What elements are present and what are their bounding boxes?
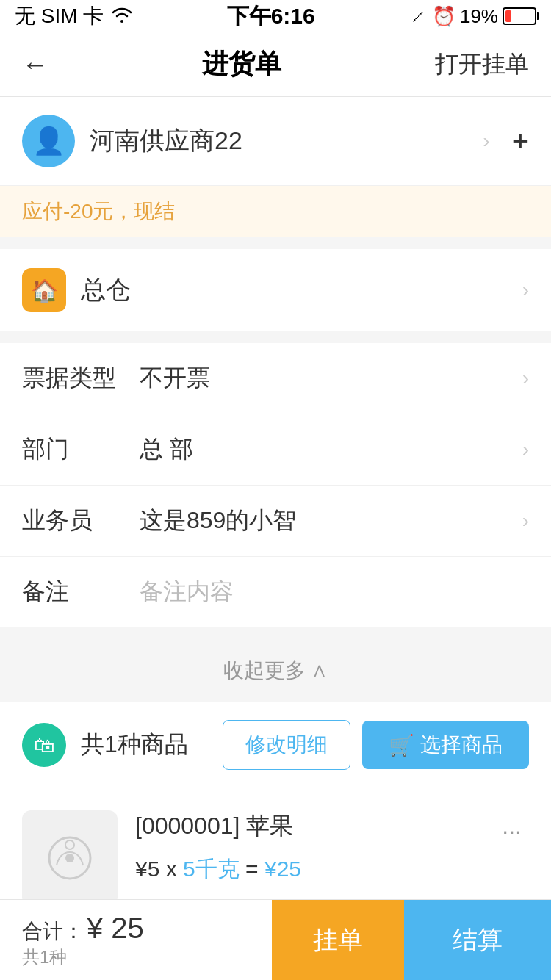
supplier-name: 河南供应商22 — [90, 124, 483, 158]
dept-value: 总 部 — [140, 433, 522, 466]
location-icon: ⟋ — [408, 5, 428, 28]
home-icon: 🏠 — [31, 278, 58, 303]
supplier-chevron-icon: › — [483, 129, 489, 153]
warehouse-row[interactable]: 🏠 总仓 › — [0, 249, 551, 331]
battery-icon — [503, 7, 536, 25]
product-thumbnail — [22, 810, 118, 906]
wifi-icon — [111, 4, 133, 28]
edit-detail-button[interactable]: 修改明细 — [223, 720, 350, 770]
supplier-row[interactable]: 👤 河南供应商22 › + — [0, 97, 551, 186]
remark-row[interactable]: 备注 备注内容 — [0, 557, 551, 627]
select-product-button[interactable]: 🛒 选择商品 — [362, 721, 529, 769]
bottom-bar: 合计： ¥ 25 共1种 挂单 结算 — [0, 899, 551, 980]
checkout-button[interactable]: 结算 — [404, 900, 551, 980]
total-label: 合计： — [22, 918, 84, 945]
warehouse-name: 总仓 — [81, 273, 522, 307]
invoice-row[interactable]: 票据类型 不开票 › — [0, 343, 551, 414]
products-section: 🛍 共1种商品 修改明细 🛒 选择商品 [0000001] 苹果 ¥5 — [0, 702, 551, 928]
warehouse-icon: 🏠 — [22, 268, 66, 312]
nav-bar: ← 进货单 打开挂单 — [0, 32, 551, 97]
remark-label: 备注 — [22, 576, 140, 608]
pending-button[interactable]: 挂单 — [272, 900, 404, 980]
product-more-button[interactable]: ··· — [494, 810, 529, 852]
notice-text: 应付-20元，现结 — [22, 200, 175, 223]
collapse-bar[interactable]: 收起更多 ∧ — [0, 639, 551, 702]
svg-point-2 — [65, 854, 74, 862]
notice-bar: 应付-20元，现结 — [0, 186, 551, 237]
products-count: 共1种商品 — [81, 729, 223, 761]
supplier-avatar: 👤 — [22, 115, 75, 167]
status-time: 下午6:16 — [227, 1, 315, 32]
form-section: 票据类型 不开票 › 部门 总 部 › 业务员 这是859的小智 › 备注 备注… — [0, 343, 551, 627]
supplier-add-button[interactable]: + — [490, 125, 529, 158]
bag-icon: 🛍 — [34, 733, 54, 757]
status-bar: 无 SIM 卡 下午6:16 ⟋ ⏰ 19% — [0, 0, 551, 32]
status-right: ⟋ ⏰ 19% — [408, 5, 536, 28]
products-icon: 🛍 — [22, 723, 66, 767]
total-amount: ¥ 25 — [87, 912, 144, 945]
cart-icon: 🛒 — [389, 733, 414, 757]
svg-point-1 — [65, 840, 74, 849]
collapse-label: 收起更多 ∧ — [223, 659, 328, 682]
dept-label: 部门 — [22, 433, 140, 466]
total-sub: 共1种 — [22, 945, 250, 969]
remark-input[interactable]: 备注内容 — [140, 576, 529, 608]
invoice-label: 票据类型 — [22, 362, 140, 394]
sales-value: 这是859的小智 — [140, 505, 522, 537]
products-header: 🛍 共1种商品 修改明细 🛒 选择商品 — [0, 702, 551, 788]
bottom-total: 合计： ¥ 25 共1种 — [0, 900, 272, 980]
sales-chevron-icon: › — [522, 509, 529, 533]
invoice-value: 不开票 — [140, 362, 522, 394]
alarm-icon: ⏰ — [432, 5, 455, 28]
carrier-text: 无 SIM 卡 — [15, 2, 104, 30]
back-button[interactable]: ← — [22, 49, 48, 80]
battery-percent: 19% — [460, 5, 498, 28]
dept-chevron-icon: › — [522, 438, 529, 461]
warehouse-chevron-icon: › — [522, 278, 529, 302]
status-left: 无 SIM 卡 — [15, 2, 133, 30]
select-btn-label: 选择商品 — [420, 731, 503, 759]
invoice-chevron-icon: › — [522, 367, 529, 390]
warehouse-section: 🏠 总仓 › — [0, 249, 551, 331]
supplier-section: 👤 河南供应商22 › + 应付-20元，现结 — [0, 97, 551, 237]
product-info: [0000001] 苹果 ¥5 x 5千克 = ¥25 — [135, 810, 494, 884]
open-pending-button[interactable]: 打开挂单 — [435, 48, 529, 81]
product-name: [0000001] 苹果 — [135, 810, 494, 843]
dept-row[interactable]: 部门 总 部 › — [0, 414, 551, 486]
sales-row[interactable]: 业务员 这是859的小智 › — [0, 486, 551, 557]
sales-label: 业务员 — [22, 505, 140, 537]
avatar-icon: 👤 — [32, 126, 65, 156]
product-price: ¥5 x 5千克 = ¥25 — [135, 854, 494, 884]
page-title: 进货单 — [202, 46, 281, 82]
